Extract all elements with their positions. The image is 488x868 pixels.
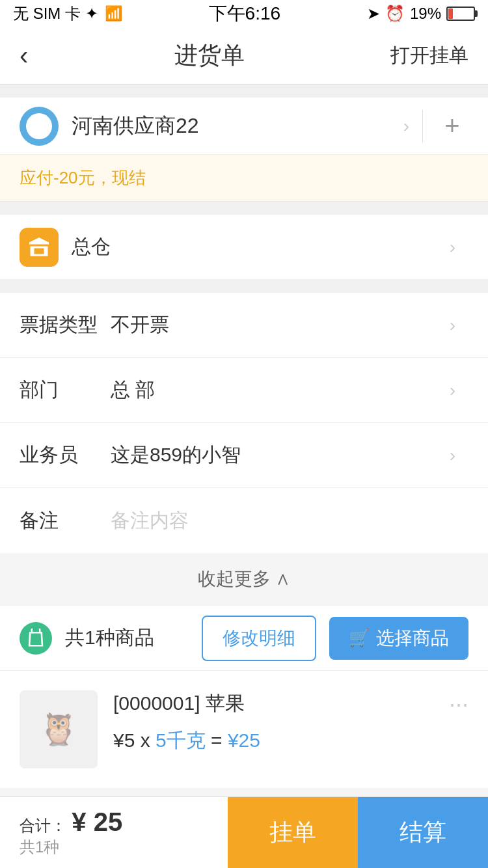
- supplier-name: 河南供应商22: [72, 112, 403, 141]
- section-divider-1: [0, 85, 488, 98]
- product-thumbnail: 🦉: [20, 690, 98, 768]
- department-label: 部门: [20, 377, 111, 403]
- form-section: 票据类型 不开票 › 部门 总 部 › 业务员 这是859的小智 › 备注 备注…: [0, 293, 488, 553]
- warehouse-icon: [20, 228, 59, 267]
- warehouse-name: 总仓: [72, 234, 450, 260]
- add-supplier-button[interactable]: +: [436, 111, 468, 141]
- vertical-divider: [422, 110, 423, 142]
- salesperson-label: 业务员: [20, 442, 111, 468]
- product-header: 共1种商品 修改明细 🛒 选择商品: [0, 605, 488, 670]
- location-icon: ➤: [367, 5, 380, 23]
- department-chevron-icon: ›: [450, 380, 455, 401]
- product-name: [0000001] 苹果: [113, 690, 442, 717]
- total-amount: ¥ 25: [72, 807, 122, 836]
- supplier-section: 河南供应商22 › + 应付-20元，现结: [0, 98, 488, 202]
- product-more-button[interactable]: ···: [449, 690, 468, 718]
- invoice-type-row[interactable]: 票据类型 不开票 ›: [0, 293, 488, 358]
- invoice-type-value: 不开票: [111, 312, 450, 338]
- edit-detail-button[interactable]: 修改明细: [202, 616, 316, 661]
- salesperson-value: 这是859的小智: [111, 442, 450, 468]
- total-sub: 共1种: [20, 837, 208, 858]
- warehouse-row[interactable]: 总仓 ›: [0, 215, 488, 280]
- product-count: 共1种商品: [65, 625, 202, 651]
- warehouse-section: 总仓 ›: [0, 215, 488, 280]
- salesperson-chevron-icon: ›: [450, 445, 455, 466]
- cart-icon: 🛒: [349, 628, 370, 648]
- sim-label: 无 SIM 卡 ✦: [13, 3, 98, 24]
- remark-label: 备注: [20, 508, 111, 534]
- warehouse-chevron-icon: ›: [450, 237, 455, 258]
- equals: =: [211, 729, 228, 751]
- shopping-bag-icon: [26, 629, 46, 648]
- select-product-label: 选择商品: [376, 626, 449, 651]
- bottom-bar: 合计： ¥ 25 共1种 挂单 结算: [0, 796, 488, 868]
- department-value: 总 部: [111, 377, 450, 403]
- supplier-chevron-icon: ›: [403, 116, 409, 137]
- product-thumb-icon: 🦉: [39, 711, 78, 748]
- select-product-button[interactable]: 🛒 选择商品: [329, 617, 468, 660]
- total-section: 合计： ¥ 25 共1种: [0, 807, 228, 858]
- nav-bar: ‹ 进货单 打开挂单: [0, 27, 488, 85]
- total-price: ¥25: [228, 729, 260, 751]
- remark-value: 备注内容: [111, 508, 468, 534]
- section-divider-2: [0, 202, 488, 215]
- invoice-type-chevron-icon: ›: [450, 315, 455, 336]
- battery-percent: 19%: [410, 5, 441, 23]
- supplier-avatar: [20, 107, 59, 146]
- qty-highlight: 5千克: [156, 729, 206, 751]
- notice-bar: 应付-20元，现结: [0, 155, 488, 202]
- salesperson-row[interactable]: 业务员 这是859的小智 ›: [0, 423, 488, 488]
- invoice-type-label: 票据类型: [20, 312, 111, 338]
- product-info: [0000001] 苹果 ¥5 x 5千克 = ¥25: [113, 690, 442, 754]
- status-time: 下午6:16: [209, 1, 281, 26]
- page-title: 进货单: [174, 40, 245, 72]
- hold-button[interactable]: 挂单: [228, 797, 358, 869]
- product-item: 🦉 [0000001] 苹果 ¥5 x 5千克 = ¥25 ···: [0, 670, 488, 788]
- collapse-bar[interactable]: 收起更多 ∧: [0, 553, 488, 605]
- department-row[interactable]: 部门 总 部 ›: [0, 358, 488, 423]
- product-price: ¥5 x 5千克 = ¥25: [113, 727, 442, 754]
- section-divider-3: [0, 280, 488, 293]
- total-row: 合计： ¥ 25: [20, 807, 208, 837]
- wifi-icon: 📶: [105, 5, 122, 22]
- back-button[interactable]: ‹: [20, 41, 28, 70]
- product-header-icon: [20, 622, 52, 655]
- total-label: 合计：: [20, 817, 66, 834]
- checkout-button[interactable]: 结算: [358, 797, 488, 869]
- remark-row[interactable]: 备注 备注内容: [0, 488, 488, 553]
- avatar-inner: [26, 113, 52, 139]
- warehouse-svg: [27, 236, 51, 259]
- supplier-row[interactable]: 河南供应商22 › +: [0, 98, 488, 155]
- unit-price: ¥5 x: [113, 729, 156, 751]
- alarm-icon: ⏰: [385, 5, 405, 23]
- open-hold-button[interactable]: 打开挂单: [390, 42, 468, 69]
- status-left: 无 SIM 卡 ✦ 📶: [13, 3, 122, 24]
- status-bar: 无 SIM 卡 ✦ 📶 下午6:16 ➤ ⏰ 19%: [0, 0, 488, 27]
- battery-icon: [446, 7, 475, 21]
- status-right: ➤ ⏰ 19%: [367, 5, 475, 23]
